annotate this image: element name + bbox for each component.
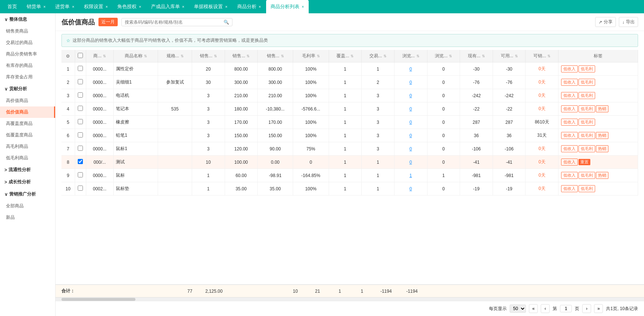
row-browse1[interactable]: 0 [394, 102, 427, 116]
search-input[interactable] [125, 20, 222, 25]
row-select-checkbox[interactable] [78, 146, 83, 151]
select-all-checkbox[interactable] [78, 53, 83, 58]
nav-sales[interactable]: 销货单 × [22, 0, 50, 13]
horizontal-scrollbar[interactable] [61, 298, 135, 301]
col-coverage[interactable]: 覆盖...⇅ [329, 50, 362, 62]
next-page-button[interactable]: › [582, 304, 591, 313]
sidebar-group-marketing-title[interactable]: ∨ 营销推广分析 [0, 188, 55, 200]
nav-close-product-analysis-list[interactable]: × [302, 0, 304, 13]
row-browse1[interactable]: 1 [394, 169, 427, 182]
col-transactions[interactable]: 交易...⇅ [362, 50, 395, 62]
row-select-checkbox[interactable] [78, 66, 83, 71]
col-sales-price[interactable]: 销售...⇅ [225, 50, 258, 62]
last-page-button[interactable]: » [594, 304, 603, 313]
col-code[interactable]: 商...⇅ [86, 50, 114, 62]
nav-close-stock-in[interactable]: × [182, 0, 184, 13]
row-checkbox[interactable] [75, 156, 86, 169]
row-checkbox[interactable] [75, 182, 86, 196]
col-sales-cost[interactable]: 销售...⇅ [258, 50, 293, 62]
row-select-checkbox[interactable] [78, 79, 83, 84]
row-checkbox[interactable] [75, 76, 86, 89]
col-sales-qty[interactable]: 销售...⇅ [192, 50, 225, 62]
sidebar-item-all-goods[interactable]: 全部商品 [0, 200, 55, 212]
nav-template[interactable]: 单据模板设置 × [189, 0, 232, 13]
nav-close-sales[interactable]: × [43, 0, 46, 13]
nav-close-permission[interactable]: × [105, 0, 108, 13]
row-checkbox[interactable] [75, 142, 86, 156]
row-select-checkbox[interactable] [78, 159, 83, 164]
sidebar-item-traded-goods[interactable]: 交易过的商品 [0, 37, 55, 48]
share-button[interactable]: ↗ 分享 [595, 17, 616, 27]
per-page-select[interactable]: 50 [510, 305, 526, 313]
export-button[interactable]: ↓ 导出 [619, 17, 638, 27]
sidebar-item-high-profit[interactable]: 高毛利商品 [0, 141, 55, 152]
col-current-stock[interactable]: 现有...⇅ [460, 50, 493, 62]
sidebar-item-low-coverage[interactable]: 低覆盖度商品 [0, 129, 55, 141]
sidebar-item-low-profit[interactable]: 低毛利商品 [0, 152, 55, 164]
browse-link[interactable]: 0 [409, 146, 412, 152]
nav-close-template[interactable]: × [225, 0, 227, 13]
sidebar-item-stock-goods[interactable]: 有库存的商品 [0, 60, 55, 71]
sidebar-item-stock-capital[interactable]: 库存资金占用 [0, 71, 55, 83]
sidebar-item-high-coverage[interactable]: 高覆盖度商品 [0, 118, 55, 129]
search-icon[interactable]: 🔍 [224, 20, 229, 25]
sidebar-group-contribution-title[interactable]: ∨ 贡献分析 [0, 83, 55, 95]
browse-link[interactable]: 1 [409, 173, 412, 178]
col-browse1[interactable]: 浏览...⇅ [394, 50, 427, 62]
sidebar-item-low-value[interactable]: 低价值商品 [0, 106, 55, 118]
nav-permission[interactable]: 权限设置 × [80, 0, 112, 13]
col-browse2[interactable]: 浏览...⇅ [427, 50, 460, 62]
row-browse1[interactable]: 0 [394, 182, 427, 196]
browse-link[interactable]: 0 [409, 120, 412, 125]
nav-product-analysis[interactable]: 商品分析 × [233, 0, 265, 13]
nav-purchase[interactable]: 进货单 × [51, 0, 78, 13]
sidebar-item-category-rate[interactable]: 商品分类销售率 [0, 48, 55, 60]
nav-role[interactable]: 角色授权 × [113, 0, 145, 13]
row-browse1[interactable]: 0 [394, 156, 427, 169]
browse-link[interactable]: 0 [409, 106, 412, 112]
row-checkbox[interactable] [75, 116, 86, 129]
row-select-checkbox[interactable] [78, 106, 83, 111]
row-checkbox[interactable] [75, 169, 86, 182]
nav-close-role[interactable]: × [139, 0, 141, 13]
browse-link[interactable]: 0 [409, 80, 412, 85]
row-select-checkbox[interactable] [78, 132, 83, 137]
col-available[interactable]: 可用...⇅ [493, 50, 526, 62]
first-page-button[interactable]: « [529, 304, 538, 313]
browse-link[interactable]: 0 [409, 93, 412, 98]
sidebar-item-new-goods[interactable]: 新品 [0, 212, 55, 223]
row-checkbox[interactable] [75, 102, 86, 116]
row-browse1[interactable]: 0 [394, 116, 427, 129]
prev-page-button[interactable]: ‹ [541, 304, 550, 313]
nav-product-analysis-list[interactable]: 商品分析列表 × [266, 0, 308, 13]
row-browse1[interactable]: 0 [394, 62, 427, 76]
sidebar-item-high-value[interactable]: 高价值商品 [0, 95, 55, 106]
page-number-input[interactable] [560, 305, 572, 312]
sidebar-group-liquidity-title[interactable]: > 流通性分析 [0, 164, 55, 176]
nav-stock-in[interactable]: 产成品入库单 × [147, 0, 189, 13]
browse-link[interactable]: 0 [409, 160, 412, 165]
row-browse1[interactable]: 0 [394, 142, 427, 156]
nav-close-purchase[interactable]: × [72, 0, 74, 13]
sidebar-group-overall-title[interactable]: ∨ 整体信息 [0, 13, 55, 26]
row-select-checkbox[interactable] [78, 119, 83, 124]
row-select-checkbox[interactable] [78, 172, 83, 177]
col-settings[interactable]: ⚙ [61, 50, 75, 62]
row-browse1[interactable]: 0 [394, 89, 427, 102]
col-checkbox[interactable] [75, 50, 86, 62]
browse-link[interactable]: 0 [409, 67, 412, 72]
nav-close-product-analysis[interactable]: × [259, 0, 261, 13]
browse-link[interactable]: 0 [409, 133, 412, 138]
row-select-checkbox[interactable] [78, 186, 83, 191]
row-browse1[interactable]: 0 [394, 76, 427, 89]
sidebar-item-sales-goods[interactable]: 销售类商品 [0, 26, 55, 37]
row-select-checkbox[interactable] [78, 92, 83, 98]
browse-link[interactable]: 0 [409, 186, 412, 191]
nav-home[interactable]: 首页 [3, 0, 21, 13]
row-browse1[interactable]: 0 [394, 129, 427, 142]
settings-icon[interactable]: ⚙ [66, 54, 70, 59]
row-checkbox[interactable] [75, 89, 86, 102]
col-sellable[interactable]: 可销...⇅ [526, 50, 559, 62]
period-button[interactable]: 近一月 [98, 18, 118, 26]
row-checkbox[interactable] [75, 62, 86, 76]
